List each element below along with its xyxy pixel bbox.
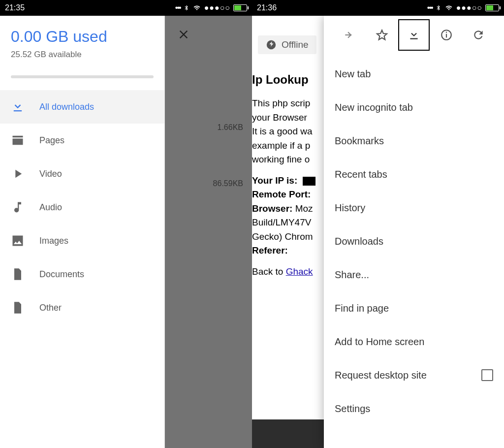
menu-item-label: Bookmarks bbox=[335, 135, 384, 147]
menu-items: New tab New incognito tab Bookmarks Rece… bbox=[324, 54, 504, 425]
body-text: example if a p bbox=[252, 140, 310, 151]
offline-chip[interactable]: Offline bbox=[258, 35, 316, 54]
menu-item-label: Recent tabs bbox=[335, 169, 387, 180]
sidebar-item-images[interactable]: Images bbox=[0, 224, 164, 257]
status-time: 21:36 bbox=[257, 3, 277, 12]
bluetooth-icon bbox=[184, 4, 189, 12]
status-icons: ••• ●●●○○ bbox=[175, 3, 247, 12]
menu-item-request-desktop-site[interactable]: Request desktop site bbox=[324, 358, 504, 392]
svg-rect-2 bbox=[445, 34, 446, 38]
menu-item-bookmarks[interactable]: Bookmarks bbox=[324, 124, 504, 158]
status-bar: 21:35 ••• ●●●○○ bbox=[0, 0, 252, 16]
battery-icon bbox=[233, 4, 247, 11]
status-bar: 21:36 ••• ●●●○○ bbox=[252, 0, 504, 16]
dim-overlay[interactable]: 1.66KB 86.59KB bbox=[165, 16, 252, 448]
checkbox-icon[interactable] bbox=[481, 369, 493, 381]
sidebar-item-documents[interactable]: Documents bbox=[0, 257, 164, 291]
download-category-list: All downloads Pages Video Audio Images D… bbox=[0, 81, 164, 324]
more-dots-icon: ••• bbox=[175, 3, 181, 12]
menu-item-recent-tabs[interactable]: Recent tabs bbox=[324, 158, 504, 191]
sidebar-item-label: All downloads bbox=[39, 102, 94, 112]
arrow-forward-icon bbox=[343, 29, 356, 41]
file-sizes: 1.66KB 86.59KB bbox=[213, 123, 243, 235]
sidebar-item-label: Video bbox=[39, 169, 62, 179]
menu-item-history[interactable]: History bbox=[324, 191, 504, 224]
menu-item-label: New tab bbox=[335, 68, 371, 80]
signal-dots-icon: ●●●○○ bbox=[204, 3, 230, 12]
menu-item-downloads[interactable]: Downloads bbox=[324, 224, 504, 258]
page-info-button[interactable] bbox=[431, 19, 462, 51]
svg-rect-3 bbox=[445, 32, 446, 33]
download-icon bbox=[408, 29, 420, 41]
reload-button[interactable] bbox=[463, 19, 494, 51]
menu-item-new-incognito-tab[interactable]: New incognito tab bbox=[324, 91, 504, 124]
file-size: 86.59KB bbox=[213, 179, 243, 188]
more-dots-icon: ••• bbox=[427, 3, 433, 12]
play-icon bbox=[11, 167, 25, 181]
offline-label: Offline bbox=[282, 39, 309, 50]
image-icon bbox=[11, 234, 25, 248]
menu-item-add-to-home-screen[interactable]: Add to Home screen bbox=[324, 325, 504, 358]
menu-item-share[interactable]: Share... bbox=[324, 258, 504, 291]
menu-item-label: Request desktop site bbox=[335, 370, 427, 381]
browser-label: Browser: bbox=[252, 203, 292, 214]
battery-icon bbox=[485, 4, 499, 11]
right-phone-screenshot: 21:36 ••• ●●●○○ Offline Ip Lookup This p… bbox=[252, 0, 504, 448]
wifi-icon bbox=[192, 4, 201, 11]
forward-button[interactable] bbox=[334, 19, 365, 51]
sidebar-item-pages[interactable]: Pages bbox=[0, 124, 164, 157]
pages-icon bbox=[11, 133, 25, 147]
menu-item-label: Find in page bbox=[335, 303, 389, 314]
storage-bar bbox=[11, 75, 154, 78]
body-text: Gecko) Chrom bbox=[252, 231, 313, 242]
music-note-icon bbox=[11, 200, 25, 214]
storage-available: 25.52 GB available bbox=[11, 50, 154, 60]
body-text: Build/LMY47V bbox=[252, 217, 311, 227]
sidebar-item-video[interactable]: Video bbox=[0, 157, 164, 191]
menu-item-settings[interactable]: Settings bbox=[324, 392, 504, 425]
file-icon bbox=[11, 301, 25, 315]
signal-dots-icon: ●●●○○ bbox=[456, 3, 482, 12]
menu-item-label: Add to Home screen bbox=[335, 336, 424, 348]
body-text: Moz bbox=[295, 203, 313, 214]
storage-used: 0.00 GB used bbox=[11, 28, 154, 46]
close-icon[interactable] bbox=[177, 28, 190, 41]
sidebar-item-label: Images bbox=[39, 236, 68, 246]
menu-top-icons bbox=[324, 16, 504, 54]
referer-label: Referer: bbox=[252, 245, 288, 256]
menu-item-new-tab[interactable]: New tab bbox=[324, 57, 504, 91]
menu-item-label: Share... bbox=[335, 269, 369, 281]
menu-item-label: New incognito tab bbox=[335, 102, 413, 113]
sidebar-item-label: Audio bbox=[39, 202, 62, 213]
menu-item-find-in-page[interactable]: Find in page bbox=[324, 291, 504, 325]
redacted-ip bbox=[303, 177, 315, 186]
body-text: This php scrip bbox=[252, 98, 310, 108]
star-icon bbox=[376, 29, 388, 41]
bolt-icon bbox=[266, 39, 277, 50]
sidebar-item-audio[interactable]: Audio bbox=[0, 191, 164, 224]
ghacks-link[interactable]: Ghack bbox=[286, 266, 313, 277]
sidebar-item-label: Other bbox=[39, 303, 62, 313]
remote-port-label: Remote Port: bbox=[252, 189, 311, 199]
sidebar-item-all-downloads[interactable]: All downloads bbox=[0, 90, 164, 124]
body-text: working fine o bbox=[252, 154, 310, 164]
download-page-button[interactable] bbox=[398, 19, 430, 51]
sidebar-item-label: Pages bbox=[39, 135, 64, 146]
reload-icon bbox=[472, 29, 485, 41]
browser-menu: New tab New incognito tab Bookmarks Rece… bbox=[324, 16, 504, 448]
document-icon bbox=[11, 267, 25, 281]
body-text: It is a good wa bbox=[252, 126, 313, 136]
left-phone-screenshot: 21:35 ••• ●●●○○ 1.66KB 86.59KB 0.00 GB u… bbox=[0, 0, 252, 448]
sidebar-item-other[interactable]: Other bbox=[0, 291, 164, 324]
file-size: 1.66KB bbox=[213, 123, 243, 132]
status-time: 21:35 bbox=[5, 3, 25, 12]
menu-item-label: History bbox=[335, 202, 365, 214]
download-icon bbox=[11, 100, 25, 114]
status-icons: ••• ●●●○○ bbox=[427, 3, 499, 12]
body-text: Back to bbox=[252, 266, 286, 277]
bookmark-button[interactable] bbox=[366, 19, 398, 51]
sidebar-item-label: Documents bbox=[39, 269, 84, 280]
bluetooth-icon bbox=[436, 4, 441, 12]
menu-item-label: Downloads bbox=[335, 236, 383, 247]
ip-label: Your IP is: bbox=[252, 175, 297, 186]
